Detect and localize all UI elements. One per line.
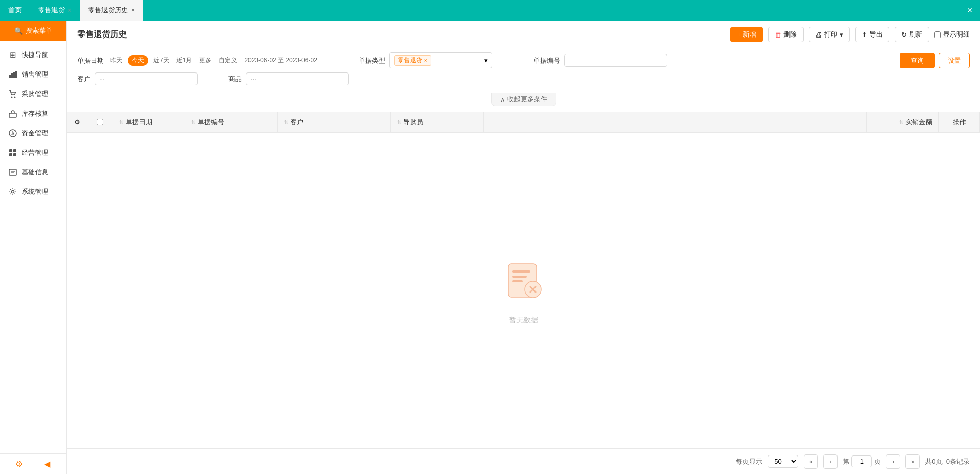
print-button[interactable]: 🖨 打印 ▾ <box>809 27 850 42</box>
tab-home[interactable]: 首页 <box>0 0 30 21</box>
prev-page-button[interactable]: ‹ <box>823 454 838 469</box>
date-btn-7days[interactable]: 近7天 <box>151 55 171 66</box>
show-detail-checkbox[interactable] <box>934 31 941 38</box>
sort-icon-number: ⇅ <box>191 119 195 125</box>
table-container: ⚙ ⇅ 单据日期 ⇅ 单据编号 ⇅ 客户 ⇅ <box>67 112 980 448</box>
page-title: 零售退货历史 <box>77 29 127 40</box>
sidebar-item-operation[interactable]: 经营管理 <box>0 143 66 162</box>
page-actions: + 新增 🗑 删除 🖨 打印 ▾ ⬆ 导出 ↻ <box>730 27 970 42</box>
column-settings-icon: ⚙ <box>74 118 80 126</box>
tab-retail-return[interactable]: 零售退货 × <box>30 0 80 21</box>
query-button[interactable]: 查询 <box>900 53 935 68</box>
collapse-icon: ∧ <box>500 96 505 103</box>
doc-number-input[interactable] <box>564 54 667 67</box>
doc-type-dropdown-icon: ▾ <box>484 57 488 64</box>
date-btn-yesterday[interactable]: 昨天 <box>108 55 124 66</box>
close-tab-retail-return[interactable]: × <box>68 7 72 14</box>
svg-rect-3 <box>15 71 17 78</box>
main-layout: 🔍 搜索菜单 ⊞ 快捷导航 销售管理 采购管理 <box>0 21 980 474</box>
th-settings[interactable]: ⚙ <box>67 112 87 132</box>
sales-icon <box>8 70 17 79</box>
show-detail-checkbox-label[interactable]: 显示明细 <box>934 30 970 39</box>
sidebar: 🔍 搜索菜单 ⊞ 快捷导航 销售管理 采购管理 <box>0 21 67 474</box>
refresh-button[interactable]: ↻ 刷新 <box>895 27 929 42</box>
page-total: 共0页, 0条记录 <box>925 457 970 466</box>
date-btn-custom[interactable]: 自定义 <box>217 55 239 66</box>
inventory-icon <box>8 109 17 118</box>
th-number[interactable]: ⇅ 单据编号 <box>185 112 278 132</box>
delete-button[interactable]: 🗑 删除 <box>768 27 804 42</box>
svg-rect-11 <box>13 153 16 156</box>
doc-number-filter-item: 单据编号 <box>533 54 667 67</box>
svg-point-4 <box>11 97 13 98</box>
sidebar-item-basic-info[interactable]: 基础信息 <box>0 162 66 182</box>
refresh-icon: ↻ <box>901 31 907 39</box>
doc-type-select[interactable]: 零售退货 × ▾ <box>389 52 492 68</box>
sidebar-nav: ⊞ 快捷导航 销售管理 采购管理 库存核算 <box>0 41 66 453</box>
close-tab-retail-return-history[interactable]: × <box>131 7 135 14</box>
quick-nav-icon: ⊞ <box>8 50 17 60</box>
purchase-icon <box>8 89 17 99</box>
print-dropdown-icon: ▾ <box>840 31 843 39</box>
sidebar-item-quick-nav[interactable]: ⊞ 快捷导航 <box>0 45 66 65</box>
goods-input[interactable] <box>246 72 349 85</box>
svg-rect-2 <box>13 72 15 78</box>
export-icon: ⬆ <box>862 31 867 39</box>
svg-rect-18 <box>512 276 527 278</box>
date-filter-item: 单据日期 昨天 今天 近7天 近1月 更多 自定义 2023-06-02 至 2… <box>77 55 317 66</box>
sidebar-footer: ⚙ ◀ <box>0 453 66 474</box>
settings-footer-icon[interactable]: ⚙ <box>11 457 27 472</box>
sort-icon-amount: ⇅ <box>899 119 903 125</box>
window-close-button[interactable]: × <box>959 0 980 21</box>
page-header: 零售退货历史 + 新增 🗑 删除 🖨 打印 ▾ ⬆ 导出 <box>67 21 980 112</box>
collapse-sidebar-icon[interactable]: ◀ <box>40 457 55 472</box>
first-page-button[interactable]: « <box>804 454 818 469</box>
operation-icon <box>8 148 17 157</box>
date-range-display: 2023-06-02 至 2023-06-02 <box>244 56 317 65</box>
date-btn-today[interactable]: 今天 <box>128 55 148 66</box>
th-customer[interactable]: ⇅ 客户 <box>278 112 391 132</box>
sort-icon-date: ⇅ <box>119 119 123 125</box>
settings-button[interactable]: 设置 <box>939 53 970 68</box>
sidebar-search[interactable]: 🔍 搜索菜单 <box>0 21 66 41</box>
last-page-button[interactable]: » <box>905 454 920 469</box>
export-button[interactable]: ⬆ 导出 <box>855 27 889 42</box>
filter-row-1: 单据日期 昨天 今天 近7天 近1月 更多 自定义 2023-06-02 至 2… <box>77 48 970 70</box>
collapse-filter-button[interactable]: ∧ 收起更多条件 <box>491 93 556 106</box>
print-icon: 🖨 <box>815 31 822 39</box>
svg-point-7 <box>9 130 16 137</box>
doc-type-tag-close[interactable]: × <box>424 58 427 63</box>
goods-filter-item: 商品 <box>228 72 349 85</box>
tab-retail-return-history[interactable]: 零售退货历史 × <box>80 0 143 21</box>
system-icon <box>8 187 17 196</box>
table-header: ⚙ ⇅ 单据日期 ⇅ 单据编号 ⇅ 客户 ⇅ <box>67 112 980 133</box>
th-amount[interactable]: ⇅ 实销金额 <box>867 112 939 132</box>
page-number-input[interactable] <box>851 455 872 467</box>
th-guide[interactable]: ⇅ 导购员 <box>391 112 484 132</box>
tab-list: 首页 零售退货 × 零售退货历史 × <box>0 0 959 21</box>
th-date[interactable]: ⇅ 单据日期 <box>113 112 185 132</box>
next-page-button[interactable]: › <box>886 454 900 469</box>
sidebar-item-finance[interactable]: 资金管理 <box>0 123 66 143</box>
date-btn-more[interactable]: 更多 <box>197 55 213 66</box>
customer-input[interactable] <box>95 72 198 85</box>
sidebar-item-system[interactable]: 系统管理 <box>0 182 66 202</box>
top-bar: 首页 零售退货 × 零售退货历史 × × <box>0 0 980 21</box>
select-all-checkbox[interactable] <box>97 119 103 125</box>
new-button[interactable]: + 新增 <box>730 27 763 42</box>
sidebar-item-sales[interactable]: 销售管理 <box>0 65 66 84</box>
filter-row-2: 客户 商品 <box>77 70 970 87</box>
date-btn-1month[interactable]: 近1月 <box>174 55 194 66</box>
sidebar-item-inventory[interactable]: 库存核算 <box>0 104 66 123</box>
svg-rect-17 <box>512 270 530 273</box>
page-size-select[interactable]: 10 20 50 100 <box>768 455 798 468</box>
basic-info-icon <box>8 168 17 177</box>
svg-rect-9 <box>13 149 16 152</box>
sidebar-item-purchase[interactable]: 采购管理 <box>0 84 66 104</box>
svg-point-15 <box>12 191 14 193</box>
delete-icon: 🗑 <box>775 31 781 39</box>
svg-rect-6 <box>9 113 16 117</box>
th-checkbox[interactable] <box>87 112 113 132</box>
doc-type-tag: 零售退货 × <box>394 55 431 66</box>
sort-icon-guide: ⇅ <box>397 119 401 125</box>
